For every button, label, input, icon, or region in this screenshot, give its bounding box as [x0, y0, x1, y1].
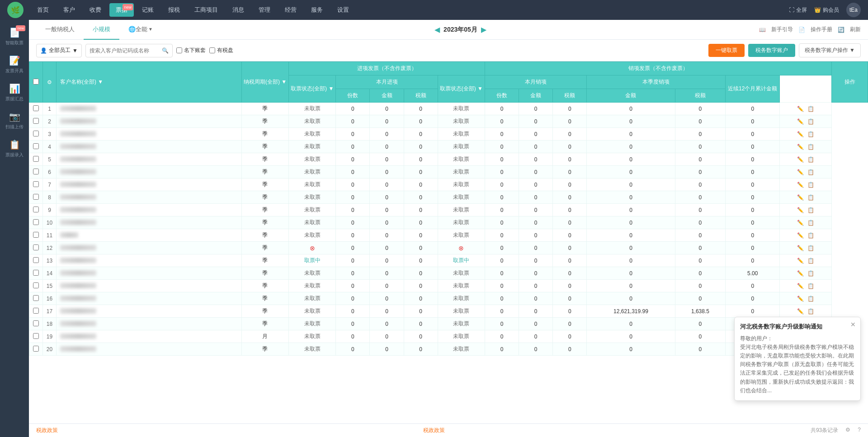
nav-billing[interactable]: 收费 [83, 3, 108, 17]
row-checkbox[interactable] [33, 308, 39, 314]
row-checkbox-cell[interactable] [29, 343, 43, 356]
tab-all[interactable]: 🌐 全能 ▼ [119, 20, 162, 40]
edit-btn[interactable]: ✏️ [797, 131, 804, 137]
row-checkbox-cell[interactable] [29, 229, 43, 242]
tax-policy-text[interactable]: 税政政策 [423, 427, 445, 434]
copy-btn[interactable]: 📋 [807, 245, 814, 251]
copy-btn[interactable]: 📋 [807, 232, 814, 239]
col-tax-period-header[interactable]: 纳税周期(全部) ▼ [241, 62, 288, 103]
col-checkbox-header[interactable] [29, 62, 43, 103]
copy-btn[interactable]: 📋 [807, 118, 814, 125]
row-checkbox-cell[interactable] [29, 153, 43, 166]
tab-general-taxpayer[interactable]: 一般纳税人 [36, 20, 84, 40]
copy-btn[interactable]: 📋 [807, 131, 814, 137]
edit-btn[interactable]: ✏️ [797, 194, 804, 201]
edit-btn[interactable]: ✏️ [797, 258, 804, 264]
fullscreen-btn[interactable]: ⛶ 全屏 [789, 6, 807, 14]
row-checkbox[interactable] [33, 270, 39, 276]
nav-service[interactable]: 服务 [305, 3, 329, 17]
tax-policy-link[interactable]: 税政政策 [36, 427, 58, 434]
row-checkbox[interactable] [33, 282, 39, 288]
edit-btn[interactable]: ✏️ [797, 106, 804, 112]
row-checkbox-cell[interactable] [29, 330, 43, 343]
sidebar-item-summary[interactable]: 📊 票据汇总 [0, 80, 29, 106]
copy-btn[interactable]: 📋 [807, 207, 814, 213]
row-checkbox[interactable] [33, 320, 39, 326]
refresh-link[interactable]: 刷新 [850, 26, 861, 33]
row-checkbox-cell[interactable] [29, 267, 43, 280]
row-checkbox[interactable] [33, 219, 39, 225]
member-btn[interactable]: 👑 购会员 [814, 6, 839, 14]
manual-link[interactable]: 操作手册 [811, 26, 832, 33]
sidebar-item-entry[interactable]: 📋 票据录入 [0, 136, 29, 162]
nav-settings[interactable]: 设置 [331, 3, 355, 17]
row-checkbox-cell[interactable] [29, 141, 43, 153]
copy-btn[interactable]: 📋 [807, 156, 814, 163]
copy-btn[interactable]: 📋 [807, 106, 814, 112]
copy-btn[interactable]: 📋 [807, 220, 814, 226]
row-checkbox[interactable] [33, 194, 39, 200]
row-checkbox-cell[interactable] [29, 191, 43, 204]
edit-btn[interactable]: ✏️ [797, 270, 804, 277]
sidebar-item-scan[interactable]: 📷 扫描上传 [0, 108, 29, 134]
guide-link[interactable]: 新手引导 [771, 26, 793, 33]
row-checkbox[interactable] [33, 244, 39, 250]
col-customer-header[interactable]: 客户名称(全部) ▼ [57, 62, 242, 103]
row-checkbox-cell[interactable] [29, 128, 43, 141]
row-checkbox[interactable] [33, 181, 39, 187]
nav-message[interactable]: 消息 [226, 3, 250, 17]
output-status-header[interactable]: 取票状态(全部) ▼ [438, 75, 485, 103]
edit-btn[interactable]: ✏️ [797, 296, 804, 302]
copy-btn[interactable]: 📋 [807, 258, 814, 264]
edit-btn[interactable]: ✏️ [797, 232, 804, 239]
nav-invoice[interactable]: 票据 new [109, 3, 134, 17]
edit-btn[interactable]: ✏️ [797, 245, 804, 251]
col-settings-header[interactable]: ⚙ [43, 62, 57, 103]
edit-btn[interactable]: ✏️ [797, 220, 804, 226]
copy-btn[interactable]: 📋 [807, 270, 814, 277]
my-accounts-checkbox[interactable]: 名下账套 [176, 47, 206, 54]
nav-tax[interactable]: 报税 [162, 3, 186, 17]
edit-btn[interactable]: ✏️ [797, 118, 804, 125]
row-checkbox[interactable] [33, 131, 39, 136]
nav-home[interactable]: 首页 [31, 3, 55, 17]
copy-btn[interactable]: 📋 [807, 144, 814, 150]
row-checkbox-cell[interactable] [29, 292, 43, 305]
edit-btn[interactable]: ✏️ [797, 207, 804, 213]
row-checkbox-cell[interactable] [29, 179, 43, 191]
row-checkbox-cell[interactable] [29, 305, 43, 318]
row-checkbox-cell[interactable] [29, 280, 43, 292]
settings-icon-bottom[interactable]: ⚙ [845, 427, 850, 434]
nav-manage[interactable]: 管理 [252, 3, 277, 17]
row-checkbox[interactable] [33, 295, 39, 301]
nav-accounting[interactable]: 记账 [136, 3, 160, 17]
edit-btn[interactable]: ✏️ [797, 283, 804, 289]
row-checkbox[interactable] [33, 333, 39, 339]
sidebar-item-issue[interactable]: 📝 发票开具 [0, 52, 29, 78]
edit-btn[interactable]: ✏️ [797, 169, 804, 175]
select-all-checkbox[interactable] [33, 79, 39, 85]
row-checkbox[interactable] [33, 346, 39, 352]
row-checkbox[interactable] [33, 156, 39, 162]
copy-btn[interactable]: 📋 [807, 296, 814, 302]
row-checkbox-cell[interactable] [29, 216, 43, 229]
popup-close-btn[interactable]: ✕ [850, 321, 856, 328]
employee-filter[interactable]: 👤 全部员工 ▼ [36, 44, 82, 57]
tab-small-scale[interactable]: 小规模 [84, 20, 119, 40]
row-checkbox-cell[interactable] [29, 318, 43, 330]
avatar[interactable]: tEa [846, 3, 861, 17]
row-checkbox-cell[interactable] [29, 204, 43, 216]
row-checkbox-cell[interactable] [29, 242, 43, 254]
input-status-header[interactable]: 取票状态(全部) ▼ [289, 75, 336, 103]
tax-digital-account-op-btn[interactable]: 税务数字账户操作 ▼ [799, 43, 861, 57]
row-checkbox[interactable] [33, 105, 39, 111]
row-checkbox-cell[interactable] [29, 166, 43, 179]
row-checkbox[interactable] [33, 232, 39, 238]
row-checkbox[interactable] [33, 257, 39, 263]
edit-btn[interactable]: ✏️ [797, 156, 804, 163]
prev-month-btn[interactable]: ◀ [434, 25, 440, 34]
edit-btn[interactable]: ✏️ [797, 182, 804, 188]
next-month-btn[interactable]: ▶ [481, 25, 486, 34]
one-key-ticket-btn[interactable]: 一键取票 [708, 44, 745, 57]
copy-btn[interactable]: 📋 [807, 283, 814, 289]
